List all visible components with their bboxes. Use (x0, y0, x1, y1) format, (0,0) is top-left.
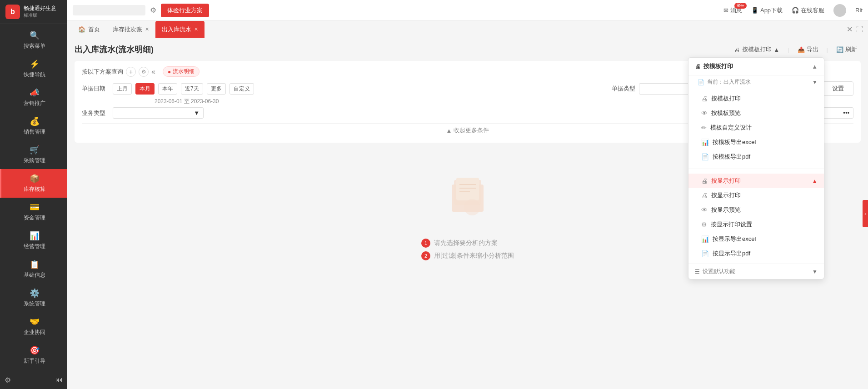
refresh-button[interactable]: 🔄 刷新 (833, 44, 861, 55)
home-icon: 🏠 (78, 26, 85, 33)
dropdown-item-display-export-excel[interactable]: 📊 按显示导出excel (688, 232, 824, 246)
date-btn-this-month[interactable]: 本月 (135, 83, 155, 95)
date-range-value: 2023-06-01 至 2023-06-30 (155, 98, 219, 105)
filter-type-tag: ● 流水明细 (163, 66, 200, 77)
svg-point-6 (464, 199, 480, 215)
type-tag-icon: ● (168, 69, 171, 75)
print-chevron-icon: ▲ (773, 46, 779, 53)
dropdown-item-display-export-pdf[interactable]: 📄 按显示导出pdf (688, 246, 824, 261)
system-icon: ⚙️ (30, 288, 40, 298)
dropdown-item-display-preview[interactable]: 👁 按显示预览 (688, 203, 824, 217)
marketing-icon: 📣 (30, 88, 40, 98)
user-avatar[interactable] (833, 4, 846, 17)
dropdown-item-template-print[interactable]: 🖨 按模板打印 (688, 91, 824, 106)
sidebar-item-purchase[interactable]: 🛒 采购管理 (0, 140, 67, 169)
trial-button[interactable]: 体验行业方案 (161, 4, 209, 17)
dropdown-item-display-print-settings[interactable]: ⚙ 按显示打印设置 (688, 217, 824, 232)
sidebar-item-inventory[interactable]: 📦 库存核算 (0, 169, 67, 198)
dropdown-divider (688, 169, 824, 169)
topbar: ⚙ 体验行业方案 ✉ 消息 99+ 📱 App下载 🎧 在线客服 Rit (67, 0, 868, 21)
tab-fullscreen-icon[interactable]: ⛶ (856, 25, 863, 34)
empty-step-2: 2 用[过滤]条件来缩小分析范围 (421, 251, 514, 260)
export-label: 导出 (807, 45, 818, 54)
sidebar-item-system[interactable]: ⚙️ 系统管理 (0, 284, 67, 312)
sidebar-item-label: 销售管理 (24, 128, 45, 136)
settings-icon[interactable]: ⚙ (5, 376, 11, 384)
right-scroll-button[interactable]: › (863, 200, 868, 227)
current-chevron-icon: ▼ (812, 79, 818, 85)
template-export-pdf-label: 按模板导出pdf (713, 153, 750, 161)
online-service-label: 在线客服 (801, 6, 824, 15)
app-logo: b 畅捷通好生意 标准版 (0, 0, 67, 24)
main-area: ⚙ 体验行业方案 ✉ 消息 99+ 📱 App下载 🎧 在线客服 Rit 🏠 首… (67, 0, 868, 389)
dropdown-footer[interactable]: ☰ 设置默认功能 ▼ (688, 264, 824, 279)
date-btn-7days[interactable]: 近7天 (181, 83, 203, 95)
date-btn-this-year[interactable]: 本年 (158, 83, 177, 95)
sidebar-item-label: 经营管理 (24, 243, 45, 250)
tab-inout-flow-close[interactable]: ✕ (194, 26, 198, 32)
tab-close-all-icon[interactable]: ✕ (847, 25, 853, 34)
download-icon: 📱 (751, 7, 758, 14)
sidebar-item-quick-nav[interactable]: ⚡ 快捷导航 (0, 55, 67, 83)
template-print-icon: 🖨 (701, 95, 708, 102)
display-export-excel-label: 按显示导出excel (713, 235, 756, 243)
export-button[interactable]: 📤 导出 (794, 44, 822, 55)
dropdown-item-template-export-excel[interactable]: 📊 按模板导出excel (688, 135, 824, 150)
search-icon: 🔍 (30, 30, 40, 40)
settings-button[interactable]: 设置 (823, 81, 853, 96)
sales-icon: 💰 (30, 116, 40, 126)
empty-step-1: 1 请先选择要分析的方案 (421, 239, 514, 248)
topbar-right: ✉ 消息 99+ 📱 App下载 🎧 在线客服 Rit (723, 4, 863, 17)
tab-inout-flow[interactable]: 出入库流水 ✕ (155, 21, 205, 38)
print-template-label: 按模板打印 (742, 45, 772, 54)
step-1-text: 请先选择要分析的方案 (434, 239, 498, 247)
online-service-button[interactable]: 🎧 在线客服 (792, 6, 824, 15)
filter-add-button[interactable]: + (126, 67, 136, 77)
app-download-button[interactable]: 📱 App下载 (751, 6, 783, 15)
sidebar-item-search[interactable]: 🔍 搜索菜单 (0, 26, 67, 55)
sidebar-item-label: 库存核算 (24, 185, 45, 193)
sidebar-item-label: 新手引导 (24, 357, 45, 365)
print-template-button[interactable]: 🖨 按模板打印 ▲ (731, 44, 783, 55)
date-btn-more[interactable]: 更多 (207, 83, 226, 95)
empty-svg (445, 175, 490, 221)
sidebar-item-operations[interactable]: 📊 经营管理 (0, 226, 67, 255)
dropdown-item-display-print[interactable]: 🖨 按显示打印 (688, 188, 824, 203)
gear-icon[interactable]: ⚙ (150, 6, 156, 15)
sidebar-item-enterprise[interactable]: 🤝 企业协同 (0, 312, 67, 341)
search-input[interactable] (73, 5, 145, 15)
sidebar-item-guide[interactable]: 🎯 新手引导 (0, 341, 67, 369)
print-dropdown-panel: 🖨 按模板打印 ▲ 📄 当前：出入库流水 ▼ (688, 57, 824, 279)
sidebar-item-marketing[interactable]: 📣 营销推广 (0, 83, 67, 112)
date-btn-last-month[interactable]: 上月 (113, 83, 132, 95)
tab-batch-account[interactable]: 库存批次账 ✕ (106, 21, 155, 38)
dropdown-title: 按模板打印 (703, 62, 733, 70)
sidebar-item-sales[interactable]: 💰 销售管理 (0, 112, 67, 140)
current-label: 当前：出入库流水 (707, 78, 751, 86)
sidebar-item-finance[interactable]: 💳 资金管理 (0, 198, 67, 226)
business-type-select[interactable]: ▼ (113, 107, 204, 119)
dropdown-item-template-preview[interactable]: 👁 按模板预览 (688, 106, 824, 120)
filter-collapse-button[interactable]: « (151, 68, 155, 76)
filter-setting-button[interactable]: ⚙ (139, 67, 149, 77)
dropdown-item-template-export-pdf[interactable]: 📄 按模板导出pdf (688, 150, 824, 164)
template-custom-icon: ✏ (701, 124, 707, 131)
message-badge: 99+ (734, 3, 747, 9)
filter-actions: 按以下方案查询 + ⚙ « (82, 67, 155, 77)
tab-batch-account-close[interactable]: ✕ (145, 26, 149, 32)
collapse-icon[interactable]: ⏮ (55, 376, 63, 384)
sidebar-item-basic[interactable]: 📋 基础信息 (0, 255, 67, 284)
app-download-label: App下载 (760, 6, 783, 15)
display-print-section-icon: 🖨 (701, 177, 708, 185)
dropdown-display-print-header[interactable]: 🖨 按显示打印 ▲ (688, 174, 824, 188)
date-label: 单据日期 (82, 85, 105, 93)
dropdown-item-template-custom[interactable]: ✏ 模板自定义设计 (688, 120, 824, 135)
dropdown-chevron-icon[interactable]: ▲ (812, 63, 818, 70)
display-preview-icon: 👁 (701, 206, 708, 214)
message-button[interactable]: ✉ 消息 99+ (723, 6, 742, 15)
tab-home[interactable]: 🏠 首页 (72, 21, 106, 38)
date-btn-custom[interactable]: 自定义 (229, 83, 254, 95)
display-print-section-label: 按显示打印 (711, 177, 741, 185)
empty-illustration (445, 175, 490, 229)
template-preview-icon: 👁 (701, 110, 708, 117)
